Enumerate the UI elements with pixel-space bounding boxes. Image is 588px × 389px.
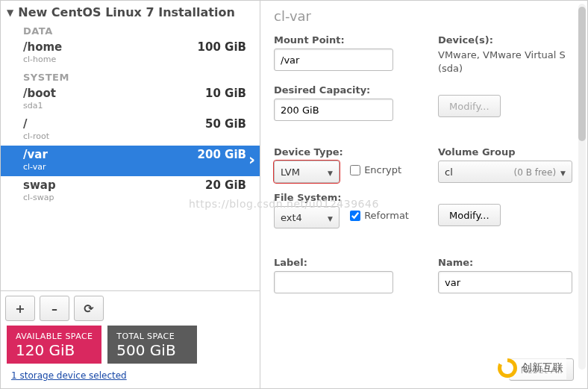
label-input[interactable]: [274, 271, 393, 293]
device-type-label: Device Type:: [274, 146, 423, 158]
desired-capacity-label: Desired Capacity:: [274, 84, 423, 96]
reformat-checkbox[interactable]: [350, 211, 360, 221]
modify-devices-button[interactable]: Modify...: [438, 95, 501, 117]
installation-title: New CentOS Linux 7 Installation: [18, 5, 235, 19]
right-title: cl-var: [274, 8, 574, 24]
encrypt-label: Encrypt: [364, 164, 401, 175]
scrollbar[interactable]: [578, 4, 586, 370]
add-mount-button[interactable]: +: [5, 296, 35, 321]
remove-mount-button[interactable]: –: [40, 296, 69, 321]
modify-vg-button[interactable]: Modify...: [438, 204, 501, 226]
reformat-label: Reformat: [364, 210, 409, 221]
logo-icon: [498, 358, 517, 378]
device-type-value: LVM: [281, 167, 300, 178]
mount-point: /var: [23, 148, 48, 161]
left-toolbar: + – ⟳: [1, 290, 260, 326]
name-label: Name:: [438, 257, 574, 268]
mount-row-var[interactable]: /var200 GiB cl-var: [1, 146, 260, 176]
section-system-label: SYSTEM: [1, 69, 260, 84]
volume-group-label: Volume Group: [438, 146, 574, 158]
mount-device: cl-root: [23, 131, 246, 141]
devices-text: VMware, VMware Virtual S (sda): [438, 49, 574, 75]
file-system-value: ext4: [281, 212, 302, 223]
mount-row-swap[interactable]: swap20 GiB cl-swap: [1, 176, 260, 207]
mount-device: cl-swap: [23, 193, 246, 202]
logo-overlay: 创新互联: [495, 357, 566, 379]
total-space-label: TOTAL SPACE: [116, 332, 188, 341]
expand-icon: ▼: [7, 7, 13, 18]
available-space-value: 120 GiB: [16, 341, 93, 359]
vg-free: (0 B free): [514, 167, 557, 178]
mount-device: sda1: [23, 101, 246, 111]
encrypt-checkbox[interactable]: [350, 165, 360, 175]
section-data-label: DATA: [1, 22, 260, 38]
space-summary: AVAILABLE SPACE 120 GiB TOTAL SPACE 500 …: [1, 326, 260, 364]
devices-label: Device(s):: [438, 34, 574, 46]
storage-link-row: 1 storage device selected: [1, 364, 260, 388]
storage-devices-link[interactable]: 1 storage device selected: [11, 370, 127, 381]
file-system-label: File System:: [274, 192, 423, 203]
installation-title-row[interactable]: ▼ New CentOS Linux 7 Installation: [1, 1, 260, 22]
logo-text: 创新互联: [522, 361, 563, 375]
chevron-down-icon: [556, 167, 566, 178]
mount-device: cl-home: [23, 55, 246, 64]
vg-name: cl: [445, 167, 453, 178]
reload-button[interactable]: ⟳: [74, 296, 104, 321]
mount-point: /home: [23, 40, 62, 54]
mount-point: /boot: [23, 87, 56, 100]
available-space-box: AVAILABLE SPACE 120 GiB: [7, 326, 101, 364]
right-pane: cl-var Mount Point: Device(s): VMware, V…: [260, 1, 587, 388]
mount-size: 200 GiB: [198, 148, 246, 161]
label-label: Label:: [274, 257, 423, 268]
mount-size: 10 GiB: [205, 87, 246, 100]
mount-point-label: Mount Point:: [274, 34, 423, 46]
desired-capacity-input[interactable]: [274, 99, 393, 121]
available-space-label: AVAILABLE SPACE: [16, 332, 93, 341]
mount-row-home[interactable]: /home100 GiB cl-home: [1, 38, 260, 69]
chevron-down-icon: [323, 167, 333, 178]
total-space-value: 500 GiB: [116, 341, 188, 359]
mount-row-root[interactable]: /50 GiB cl-root: [1, 115, 260, 146]
volume-group-dropdown[interactable]: cl (0 B free): [438, 161, 572, 183]
mount-point: swap: [23, 178, 56, 192]
left-pane: ▼ New CentOS Linux 7 Installation DATA /…: [1, 1, 260, 388]
scrollbar-thumb[interactable]: [578, 7, 586, 141]
chevron-down-icon: [323, 212, 333, 223]
mount-point: /: [23, 117, 27, 131]
file-system-dropdown[interactable]: ext4: [274, 206, 340, 228]
total-space-box: TOTAL SPACE 500 GiB: [107, 326, 197, 364]
mount-row-boot[interactable]: /boot10 GiB sda1: [1, 84, 260, 115]
device-type-dropdown[interactable]: LVM: [274, 161, 340, 183]
mount-device: cl-var: [23, 162, 246, 172]
name-input[interactable]: [438, 271, 572, 293]
mount-size: 100 GiB: [198, 40, 246, 54]
mount-point-input[interactable]: [274, 49, 393, 71]
mount-size: 20 GiB: [205, 178, 246, 192]
mount-size: 50 GiB: [205, 117, 246, 131]
